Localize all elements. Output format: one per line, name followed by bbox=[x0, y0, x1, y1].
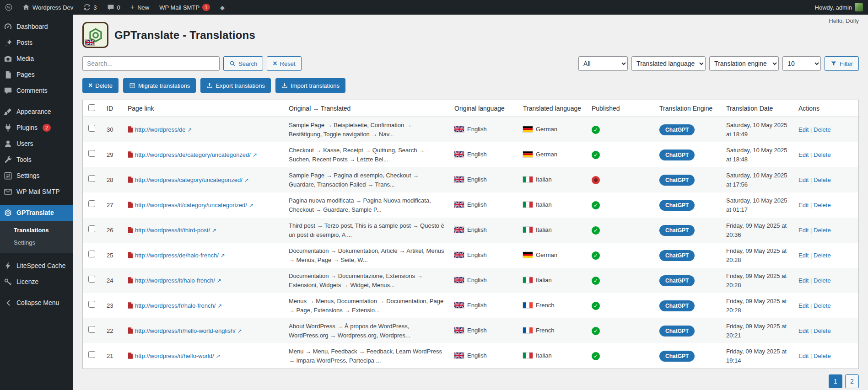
edit-link[interactable]: Edit bbox=[798, 327, 809, 334]
row-checkbox[interactable] bbox=[88, 225, 95, 232]
page-link[interactable]: http://wordpress/de/category/uncategoriz… bbox=[135, 151, 251, 158]
migrate-translations-button[interactable]: Migrate translations bbox=[123, 78, 196, 93]
action-separator: | bbox=[810, 327, 812, 334]
edit-link[interactable]: Edit bbox=[798, 151, 809, 158]
search-button[interactable]: Search bbox=[223, 56, 263, 71]
wp-mail-smtp-menu[interactable]: WP Mail SMTP 1 bbox=[154, 0, 215, 15]
page-button-2[interactable]: 2 bbox=[845, 374, 859, 388]
filter-button[interactable]: Filter bbox=[825, 56, 859, 71]
external-link-icon[interactable]: ↗ bbox=[249, 202, 253, 208]
import-translations-button[interactable]: Import translations bbox=[275, 78, 345, 93]
document-icon bbox=[128, 277, 133, 283]
reset-button[interactable]: × Reset bbox=[267, 56, 301, 71]
delete-link[interactable]: Delete bbox=[814, 302, 831, 309]
page-button-1[interactable]: 1 bbox=[829, 374, 842, 388]
comments-count: 0 bbox=[117, 4, 120, 11]
sidebar-item-pages[interactable]: Pages bbox=[0, 67, 73, 83]
delete-link[interactable]: Delete bbox=[814, 176, 831, 183]
sidebar-item-tools[interactable]: Tools bbox=[0, 152, 73, 168]
external-link-icon[interactable]: ↗ bbox=[188, 127, 192, 133]
edit-link[interactable]: Edit bbox=[798, 126, 809, 133]
external-link-icon[interactable]: ↗ bbox=[217, 278, 221, 284]
delete-link[interactable]: Delete bbox=[814, 277, 831, 284]
row-checkbox[interactable] bbox=[88, 351, 95, 358]
external-link-icon[interactable]: ↗ bbox=[237, 328, 242, 334]
page-link[interactable]: http://wordpress/it/hello-world/ bbox=[135, 353, 214, 359]
status-filter-select[interactable]: All bbox=[578, 56, 628, 71]
sidebar-item-litespeed-cache[interactable]: LiteSpeed Cache bbox=[0, 258, 73, 274]
sidebar-item-gptranslate[interactable]: GPTranslate bbox=[0, 205, 73, 221]
search-input[interactable] bbox=[82, 56, 220, 71]
edit-link[interactable]: Edit bbox=[798, 302, 809, 309]
sidebar-item-wp-mail-smtp[interactable]: WP Mail SMTP bbox=[0, 184, 73, 200]
edit-link[interactable]: Edit bbox=[798, 252, 809, 259]
page-link[interactable]: http://wordpress/it/third-post/ bbox=[135, 227, 210, 234]
translated-language-select[interactable]: Translated language bbox=[631, 56, 706, 71]
sidebar-item-posts[interactable]: Posts bbox=[0, 35, 73, 51]
my-account-menu[interactable]: Howdy, admin bbox=[810, 0, 868, 15]
sidebar-item-plugins[interactable]: Plugins 2 bbox=[0, 120, 73, 136]
row-checkbox[interactable] bbox=[88, 251, 95, 257]
site-name-menu[interactable]: Wordpress Dev bbox=[17, 0, 78, 15]
external-link-icon[interactable]: ↗ bbox=[217, 303, 222, 309]
debug-menu[interactable]: ◆ bbox=[215, 0, 230, 15]
delete-button[interactable]: × Delete bbox=[82, 78, 119, 93]
new-label: New bbox=[137, 4, 149, 11]
row-checkbox[interactable] bbox=[88, 150, 95, 157]
submenu-item-translations[interactable]: Translations bbox=[0, 224, 73, 236]
translation-engine-select[interactable]: Translation engine bbox=[709, 56, 779, 71]
per-page-select[interactable]: 10 bbox=[782, 56, 821, 71]
delete-link[interactable]: Delete bbox=[814, 327, 831, 334]
delete-link[interactable]: Delete bbox=[814, 126, 831, 133]
delete-link[interactable]: Delete bbox=[814, 151, 831, 158]
new-content-menu[interactable]: + New bbox=[125, 0, 154, 15]
external-link-icon[interactable]: ↗ bbox=[221, 252, 225, 259]
translated-language-flag bbox=[523, 252, 533, 258]
sidebar-item-licenze[interactable]: Licenze bbox=[0, 274, 73, 290]
page-link[interactable]: http://wordpress/de bbox=[135, 126, 186, 133]
page-link[interactable]: http://wordpress/fr/hello-world-english/ bbox=[135, 327, 236, 334]
row-checkbox[interactable] bbox=[88, 301, 95, 308]
collapse-menu-button[interactable]: Collapse Menu bbox=[0, 295, 73, 311]
row-checkbox[interactable] bbox=[88, 200, 95, 207]
page-title: GPTranslate - Translations bbox=[114, 29, 255, 42]
sidebar-item-dashboard[interactable]: Dashboard bbox=[0, 19, 73, 35]
export-translations-button[interactable]: Export translations bbox=[200, 78, 271, 93]
comments-menu[interactable]: 0 bbox=[102, 0, 125, 15]
wordpress-logo-menu[interactable]: W bbox=[0, 0, 17, 15]
edit-link[interactable]: Edit bbox=[798, 277, 809, 284]
row-checkbox[interactable] bbox=[88, 125, 95, 132]
sidebar-label: LiteSpeed Cache bbox=[16, 262, 65, 270]
row-checkbox[interactable] bbox=[88, 175, 95, 182]
sidebar-item-users[interactable]: Users bbox=[0, 136, 73, 152]
page-link[interactable]: http://wordpress/it/category/uncategoriz… bbox=[135, 202, 247, 208]
submenu-item-settings[interactable]: Settings bbox=[0, 236, 73, 249]
document-icon bbox=[128, 327, 133, 334]
page-link[interactable]: http://wordpress/it/halo-french/ bbox=[135, 277, 215, 284]
sidebar-item-appearance[interactable]: Appearance bbox=[0, 104, 73, 120]
sidebar-item-media[interactable]: Media bbox=[0, 51, 73, 67]
delete-link[interactable]: Delete bbox=[814, 227, 831, 234]
select-all-checkbox[interactable] bbox=[88, 104, 95, 111]
page-link[interactable]: http://wordpress/de/halo-french/ bbox=[135, 252, 219, 259]
external-link-icon[interactable]: ↗ bbox=[244, 177, 249, 183]
row-checkbox[interactable] bbox=[88, 276, 95, 283]
page-link[interactable]: http://wordpress/fr/halo-french/ bbox=[135, 302, 216, 309]
external-link-icon[interactable]: ↗ bbox=[253, 152, 257, 158]
sidebar-item-comments[interactable]: Comments bbox=[0, 83, 73, 99]
edit-link[interactable]: Edit bbox=[798, 176, 809, 183]
row-checkbox[interactable] bbox=[88, 326, 95, 333]
delete-link[interactable]: Delete bbox=[814, 252, 831, 259]
edit-link[interactable]: Edit bbox=[798, 227, 809, 234]
external-link-icon[interactable]: ↗ bbox=[212, 227, 216, 234]
sidebar-separator bbox=[0, 253, 73, 258]
updates-menu[interactable]: 3 bbox=[78, 0, 102, 15]
external-link-icon[interactable]: ↗ bbox=[216, 353, 221, 359]
delete-link[interactable]: Delete bbox=[814, 353, 831, 359]
edit-link[interactable]: Edit bbox=[798, 353, 809, 359]
sidebar-item-settings[interactable]: Settings bbox=[0, 168, 73, 184]
translations-table: ID Page link Original → Translated Origi… bbox=[82, 100, 859, 369]
delete-link[interactable]: Delete bbox=[814, 202, 831, 208]
edit-link[interactable]: Edit bbox=[798, 202, 809, 208]
page-link[interactable]: http://wordpress/category/uncategorized/ bbox=[135, 176, 243, 183]
